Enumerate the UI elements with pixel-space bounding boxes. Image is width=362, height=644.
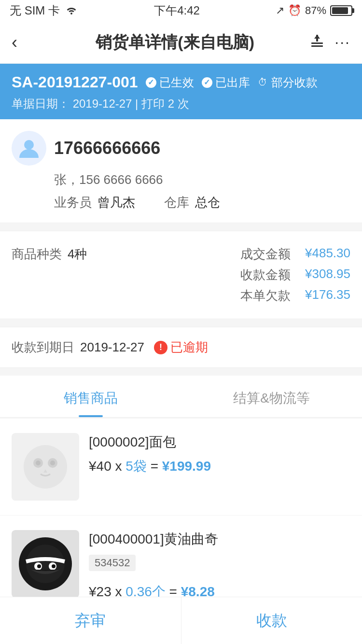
avatar <box>12 131 46 166</box>
debt-value: ¥176.35 <box>305 287 350 304</box>
tab-products[interactable]: 销售商品 <box>0 376 181 417</box>
stats-right: 成交金额 ¥485.30 收款金额 ¥308.95 本单欠款 ¥176.35 <box>240 246 350 304</box>
page-title: 销货单详情(来自电脑) <box>96 31 254 54</box>
svg-point-15 <box>52 564 56 568</box>
product-info-2: [000400001]黄油曲奇 534532 ¥23 x 0.36个 = ¥8.… <box>89 530 350 601</box>
svg-rect-1 <box>311 45 323 47</box>
alarm-icon: ⏰ <box>288 4 301 17</box>
product-total-1: ¥199.99 <box>162 459 211 474</box>
type-label: 商品种类 <box>12 246 62 263</box>
type-count: 4种 <box>68 246 87 263</box>
svg-rect-0 <box>311 42 323 44</box>
status-bar: 无 SIM 卡 下午4:42 ↗ ⏰ 87% <box>0 0 362 21</box>
confirm-button[interactable]: 收款 <box>181 597 362 644</box>
svg-point-11 <box>26 545 65 583</box>
debt-line: 本单欠款 ¥176.35 <box>240 287 350 304</box>
product-info-1: [0000002]面包 ¥40 x 5袋 = ¥199.99 <box>89 433 350 476</box>
product-price-1: ¥40 x 5袋 = ¥199.99 <box>89 457 350 476</box>
product-name-1: [0000002]面包 <box>89 433 350 451</box>
back-button[interactable]: ‹ <box>12 32 41 53</box>
list-item: [0000002]面包 ¥40 x 5袋 = ¥199.99 <box>0 419 362 516</box>
date-label: 单据日期： <box>12 97 70 110</box>
order-id: SA-20191227-001 <box>12 73 138 91</box>
svg-point-4 <box>24 445 67 489</box>
badge-shipped: ✓ 已出库 <box>202 75 250 90</box>
badge-partial: ⏱ 部分收款 <box>258 75 318 90</box>
print-info: | 打印 2 次 <box>135 97 189 110</box>
stats-section: 商品种类 4种 成交金额 ¥485.30 收款金额 ¥308.95 本单欠款 ¥… <box>0 231 362 319</box>
header-banner: SA-20191227-001 ✓ 已生效 ✓ 已出库 ⏱ 部分收款 单据日期：… <box>0 64 362 119</box>
product-thumb-2 <box>12 530 79 598</box>
staff-name: 曾凡杰 <box>97 194 135 211</box>
battery-fill <box>332 7 348 14</box>
warehouse-name: 总仓 <box>195 194 220 211</box>
product-thumb-1 <box>12 433 79 501</box>
overdue-section: 收款到期日 2019-12-27 ! 已逾期 <box>0 327 362 368</box>
banner-row1: SA-20191227-001 ✓ 已生效 ✓ 已出库 ⏱ 部分收款 <box>12 73 350 91</box>
svg-point-8 <box>50 461 55 465</box>
staff-label: 业务员 <box>54 194 92 211</box>
nav-actions: ··· <box>309 33 350 52</box>
tab-settlement[interactable]: 结算&物流等 <box>181 376 362 417</box>
product-list: [0000002]面包 ¥40 x 5袋 = ¥199.99 <box>0 419 362 616</box>
stats-row: 商品种类 4种 成交金额 ¥485.30 收款金额 ¥308.95 本单欠款 ¥… <box>12 246 350 304</box>
customer-id: 17666666666 <box>54 138 160 158</box>
battery-percent: 87% <box>305 4 326 17</box>
amount-line: 成交金额 ¥485.30 <box>240 246 350 263</box>
badge-active: ✓ 已生效 <box>146 75 194 90</box>
nav-bar: ‹ 销货单详情(来自电脑) ··· <box>0 21 362 64</box>
overdue-text: 已逾期 <box>170 339 208 356</box>
amount-label: 成交金额 <box>240 246 291 263</box>
banner-date-row: 单据日期： 2019-12-27 | 打印 2 次 <box>12 96 350 112</box>
amount-value: ¥485.30 <box>305 246 350 263</box>
debt-label: 本单欠款 <box>240 287 291 304</box>
customer-meta: 业务员 曾凡杰 仓库 总仓 <box>54 194 350 211</box>
clock-icon: ⏱ <box>258 77 267 88</box>
staff-item: 业务员 曾凡杰 <box>54 194 135 211</box>
svg-point-3 <box>24 140 34 150</box>
customer-row: 17666666666 <box>12 131 350 166</box>
status-time: 下午4:42 <box>154 3 200 18</box>
overdue-badge: ! 已逾期 <box>154 339 208 356</box>
location-icon: ↗ <box>276 4 284 17</box>
customer-section: 17666666666 张，156 6666 6666 业务员 曾凡杰 仓库 总… <box>0 119 362 223</box>
status-right: ↗ ⏰ 87% <box>276 4 352 17</box>
overdue-date: 2019-12-27 <box>80 340 144 355</box>
export-button[interactable] <box>309 33 325 52</box>
customer-detail: 张，156 6666 6666 <box>54 171 350 188</box>
tabs-row: 销售商品 结算&物流等 <box>0 376 362 417</box>
product-name-2: [000400001]黄油曲奇 <box>89 530 350 548</box>
cancel-button[interactable]: 弃审 <box>0 597 181 644</box>
status-left: 无 SIM 卡 <box>10 3 78 18</box>
collected-line: 收款金额 ¥308.95 <box>240 266 350 283</box>
check-icon: ✓ <box>146 77 156 88</box>
collected-label: 收款金额 <box>240 266 291 283</box>
warehouse-item: 仓库 总仓 <box>164 194 220 211</box>
check-icon-2: ✓ <box>202 77 212 88</box>
overdue-label: 收款到期日 <box>12 339 74 356</box>
bottom-actions: 弃审 收款 <box>0 597 362 644</box>
svg-point-7 <box>36 461 41 465</box>
product-sku-2: 534532 <box>89 555 136 571</box>
wifi-icon <box>65 4 78 17</box>
svg-point-14 <box>37 564 41 568</box>
tabs-section: 销售商品 结算&物流等 <box>0 376 362 418</box>
product-qty-1: 5袋 <box>125 459 147 474</box>
overdue-icon: ! <box>154 341 167 354</box>
stats-left: 商品种类 4种 <box>12 246 87 263</box>
more-button[interactable]: ··· <box>334 33 350 51</box>
collected-value: ¥308.95 <box>305 266 350 283</box>
battery-icon <box>330 5 352 16</box>
warehouse-label: 仓库 <box>164 194 189 211</box>
stats-kind: 商品种类 4种 <box>12 246 87 263</box>
carrier-text: 无 SIM 卡 <box>10 3 60 18</box>
order-date: 2019-12-27 <box>73 97 132 110</box>
